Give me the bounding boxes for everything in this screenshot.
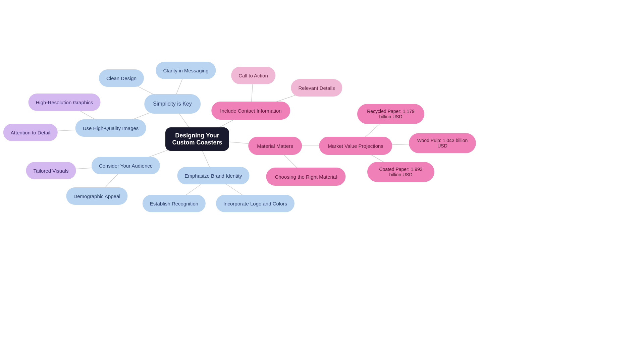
center-node[interactable]: Designing Your Custom Coasters	[165, 127, 229, 151]
node-tailored-visuals[interactable]: Tailored Visuals	[26, 162, 76, 179]
node-choosing-material[interactable]: Choosing the Right Material	[266, 168, 345, 186]
node-simplicity-key[interactable]: Simplicity is Key	[144, 94, 201, 114]
node-coated-paper[interactable]: Coated Paper: 1.993 billion USD	[367, 162, 434, 182]
node-high-res-graphics[interactable]: High-Resolution Graphics	[29, 94, 101, 111]
node-demographic-appeal[interactable]: Demographic Appeal	[66, 187, 127, 205]
node-incorporate-logo[interactable]: Incorporate Logo and Colors	[216, 195, 294, 212]
mindmap-container: Designing Your Custom CoastersClean Desi…	[0, 0, 644, 363]
node-clean-design[interactable]: Clean Design	[99, 69, 144, 87]
node-establish-recognition[interactable]: Establish Recognition	[143, 195, 206, 212]
node-attention-detail[interactable]: Attention to Detail	[3, 124, 58, 141]
node-clarity-messaging[interactable]: Clarity in Messaging	[156, 62, 216, 79]
node-consider-audience[interactable]: Consider Your Audience	[92, 157, 160, 174]
node-include-contact[interactable]: Include Contact Information	[211, 102, 290, 120]
node-relevant-details[interactable]: Relevant Details	[291, 79, 342, 97]
node-recycled-paper[interactable]: Recycled Paper: 1.179 billion USD	[357, 104, 424, 124]
node-wood-pulp[interactable]: Wood Pulp: 1.043 billion USD	[409, 133, 476, 153]
node-material-matters[interactable]: Material Matters	[248, 137, 302, 155]
node-emphasize-brand[interactable]: Emphasize Brand Identity	[177, 167, 250, 184]
node-call-action[interactable]: Call to Action	[231, 67, 275, 84]
node-market-value[interactable]: Market Value Projections	[319, 137, 392, 155]
node-use-high-quality[interactable]: Use High-Quality Images	[75, 119, 146, 137]
